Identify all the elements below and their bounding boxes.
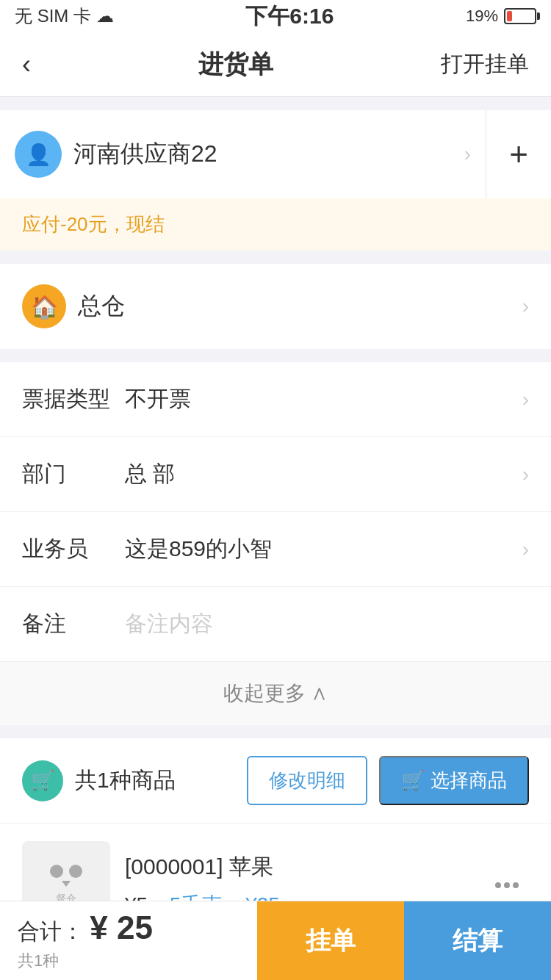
ticket-type-value: 不开票 <box>125 384 522 414</box>
owl-eye-left <box>50 865 63 878</box>
divider-1 <box>0 97 551 110</box>
avatar-icon: 👤 <box>26 143 51 167</box>
total-section: 合计： ¥ 25 共1种 <box>0 901 257 980</box>
remark-input[interactable]: 备注内容 <box>125 609 529 639</box>
ticket-type-row[interactable]: 票据类型 不开票 › <box>0 362 551 437</box>
form-section: 票据类型 不开票 › 部门 总 部 › 业务员 这是859的小智 › 备注 备注… <box>0 362 551 661</box>
product-code: [0000001] <box>125 854 223 879</box>
status-time: 下午6:16 <box>245 1 334 32</box>
dot-1 <box>495 882 501 888</box>
product-count-label: 共1种商品 <box>75 765 235 796</box>
dept-row[interactable]: 部门 总 部 › <box>0 437 551 512</box>
select-product-label: 选择商品 <box>431 768 507 793</box>
battery-percent: 19% <box>466 7 498 26</box>
select-product-icon: 🛒 <box>401 769 425 792</box>
total-sub: 共1种 <box>18 950 240 972</box>
supplier-name: 河南供应商22 <box>73 138 453 170</box>
battery-icon <box>504 8 536 24</box>
open-hang-button[interactable]: 打开挂单 <box>441 49 529 79</box>
chevron-right-icon-3: › <box>522 388 529 411</box>
chevron-right-icon-4: › <box>522 463 529 486</box>
total-label: 合计： <box>18 919 84 943</box>
total-amount: ¥ 25 <box>90 909 153 945</box>
ticket-type-label: 票据类型 <box>22 384 125 414</box>
chevron-right-icon-2: › <box>522 295 529 318</box>
sim-label: 无 SIM 卡 ☁ <box>15 4 114 28</box>
more-button[interactable] <box>485 871 529 900</box>
salesperson-value: 这是859的小智 <box>125 534 522 564</box>
status-right: 19% <box>466 7 536 26</box>
collapse-button[interactable]: 收起更多 ∧ <box>0 661 551 725</box>
status-bar: 无 SIM 卡 ☁ 下午6:16 19% <box>0 0 551 32</box>
total-row: 合计： ¥ 25 <box>18 909 240 947</box>
modify-detail-button[interactable]: 修改明细 <box>247 756 367 805</box>
checkout-button[interactable]: 结算 <box>404 901 551 980</box>
supplier-section: 👤 河南供应商22 › + <box>0 110 551 198</box>
dept-label: 部门 <box>22 459 125 489</box>
owl-beak <box>62 881 71 887</box>
warehouse-name: 总仓 <box>78 290 511 323</box>
product-header: 🛒 共1种商品 修改明细 🛒 选择商品 <box>0 738 551 824</box>
page-title: 进货单 <box>198 48 273 82</box>
chevron-right-icon: › <box>464 143 471 166</box>
salesperson-label: 业务员 <box>22 534 125 564</box>
battery-fill <box>507 11 512 21</box>
dot-3 <box>513 882 519 888</box>
bottom-bar: 合计： ¥ 25 共1种 挂单 结算 <box>0 901 551 980</box>
select-product-button[interactable]: 🛒 选择商品 <box>379 756 529 805</box>
warning-banner: 应付-20元，现结 <box>0 198 551 251</box>
dot-2 <box>504 882 510 888</box>
dept-value: 总 部 <box>125 459 522 489</box>
product-bag-icon: 🛒 <box>22 760 63 801</box>
warehouse-selector[interactable]: 🏠 总仓 › <box>0 264 551 349</box>
remark-label: 备注 <box>22 609 125 639</box>
back-button[interactable]: ‹ <box>22 49 31 80</box>
salesperson-row[interactable]: 业务员 这是859的小智 › <box>0 512 551 587</box>
warehouse-icon: 🏠 <box>22 284 66 328</box>
owl-eye-right <box>69 865 82 878</box>
hang-button[interactable]: 挂单 <box>257 901 404 980</box>
status-left: 无 SIM 卡 ☁ <box>15 4 114 28</box>
chevron-right-icon-5: › <box>522 538 529 561</box>
supplier-selector[interactable]: 👤 河南供应商22 › <box>0 110 486 198</box>
nav-bar: ‹ 进货单 打开挂单 <box>0 32 551 97</box>
owl-eyes <box>50 865 82 878</box>
product-title: 苹果 <box>229 854 273 879</box>
supplier-avatar: 👤 <box>15 131 62 178</box>
remark-row[interactable]: 备注 备注内容 <box>0 587 551 661</box>
add-supplier-button[interactable]: + <box>486 110 551 198</box>
product-name: [0000001] 苹果 <box>125 852 470 882</box>
owl-logo: 督仓 <box>50 865 82 906</box>
